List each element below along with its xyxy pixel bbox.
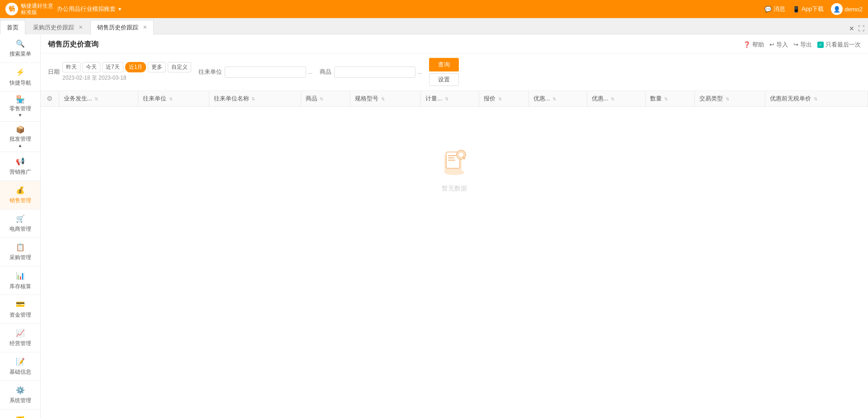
sidebar-item-sales-mgmt[interactable]: 💰 销售管理 xyxy=(0,181,40,209)
column-settings-icon[interactable]: ⚙ xyxy=(47,95,52,102)
tab-bar: 首页 采购历史价跟踪 ✕ 销售历史价跟踪 ✕ ✕ ⛶ xyxy=(0,18,868,34)
only-last-btn[interactable]: ✓ 只看最后一次 xyxy=(817,41,861,49)
help-icon: ❓ xyxy=(743,41,750,48)
wholesale-icon: 📦 xyxy=(16,125,25,134)
sidebar-item-retail-mgmt[interactable]: 🏪 零售管理 ▼ xyxy=(0,91,40,122)
table-col-gear[interactable]: ⚙ xyxy=(41,91,59,107)
ecommerce-icon: 🛒 xyxy=(16,214,25,224)
filter-bar: 日期 昨天 今天 近7天 近1月 更多 自定义 2023-02-18 至 202… xyxy=(41,53,868,91)
sidebar-item-search-menu[interactable]: 🔍 搜索菜单 xyxy=(0,34,40,63)
user-avatar[interactable]: 👤 demo2 xyxy=(831,3,863,15)
sidebar-item-operations[interactable]: 📈 经营管理 xyxy=(0,324,40,352)
partner-input-group: ... xyxy=(225,66,312,78)
date-range-text: 2023-02-18 至 2023-03-18 xyxy=(62,74,191,82)
app-dropdown-btn[interactable]: ▾ xyxy=(118,6,121,12)
export-btn[interactable]: ↪ 导出 xyxy=(793,41,812,49)
table-col-unit[interactable]: 计量... ⇅ xyxy=(421,91,479,107)
goods-filter-group: 商品 ... xyxy=(320,66,422,78)
tab-home[interactable]: 首页 xyxy=(0,20,25,34)
sidebar-item-inventory[interactable]: 📊 库存核算 xyxy=(0,266,40,295)
settings-button[interactable]: 设置 xyxy=(429,73,459,86)
main-layout: 🔍 搜索菜单 ⚡ 快捷导航 🏪 零售管理 ▼ 📦 批发管理 ▲ 📢 营销推广 💰… xyxy=(0,34,868,418)
sidebar-item-quick-nav[interactable]: ⚡ 快捷导航 xyxy=(0,63,40,91)
sort-icon-pretax-price: ⇅ xyxy=(814,96,817,101)
retail-icon: 🏪 xyxy=(16,95,25,104)
svg-rect-4 xyxy=(448,157,454,158)
sort-icon-biz-date: ⇅ xyxy=(94,96,98,101)
tab-sales-history[interactable]: 销售历史价跟踪 ✕ xyxy=(90,20,154,34)
table-col-discount2[interactable]: 优惠... ⇅ xyxy=(587,91,645,107)
sort-icon-trade-type: ⇅ xyxy=(726,96,729,101)
goods-input[interactable] xyxy=(334,66,415,78)
table-col-partner-name[interactable]: 往来单位名称 ⇅ xyxy=(209,91,301,107)
date-btn-7days[interactable]: 近7天 xyxy=(102,62,123,72)
table-col-goods[interactable]: 商品 ⇅ xyxy=(301,91,350,107)
sidebar-item-finance[interactable]: 💳 资金管理 xyxy=(0,295,40,323)
table-col-pretax-price[interactable]: 优惠前无税单价 ⇅ xyxy=(765,91,868,107)
sidebar-item-marketing[interactable]: 📢 营销推广 xyxy=(0,152,40,180)
sort-icon-unit: ⇅ xyxy=(445,96,448,101)
date-btn-1month[interactable]: 近1月 xyxy=(125,62,146,72)
table-col-price[interactable]: 报价 ⇅ xyxy=(479,91,528,107)
empty-text: 暂无数据 xyxy=(442,185,467,193)
purchase-icon: 📋 xyxy=(16,242,25,252)
svg-rect-3 xyxy=(448,155,456,156)
phone-icon: 📱 xyxy=(793,6,800,13)
query-button[interactable]: 查询 xyxy=(429,58,459,71)
import-icon: ↩ xyxy=(769,41,774,48)
sidebar-item-purchase[interactable]: 📋 采购管理 xyxy=(0,238,40,266)
date-btn-more[interactable]: 更多 xyxy=(148,62,166,72)
app-download-btn[interactable]: 📱 App下载 xyxy=(793,5,824,13)
sidebar-item-wholesale-mgmt[interactable]: 📦 批发管理 ▲ xyxy=(0,122,40,152)
sidebar-item-ecommerce[interactable]: 🛒 电商管理 xyxy=(0,209,40,238)
import-btn[interactable]: ↩ 导入 xyxy=(769,41,788,49)
table-col-biz-date[interactable]: 业务发生... ⇅ xyxy=(59,91,138,107)
close-all-tabs-btn[interactable]: ✕ xyxy=(849,25,854,32)
sort-icon-partner-code: ⇅ xyxy=(169,96,173,101)
logo-area: 畅 畅捷通好生意 标准版 xyxy=(5,3,53,16)
partner-input[interactable] xyxy=(225,66,306,78)
top-bar-left: 畅 畅捷通好生意 标准版 办公用品行业模拟账套 ▾ xyxy=(5,3,121,16)
table-area: ⚙ 业务发生... ⇅ 往来单位 ⇅ 往来单位名称 ⇅ xyxy=(41,91,868,418)
data-table: ⚙ 业务发生... ⇅ 往来单位 ⇅ 往来单位名称 ⇅ xyxy=(41,91,868,107)
collab-icon: 🤝 xyxy=(16,414,25,418)
basic-info-icon: 📝 xyxy=(16,357,25,367)
filter-actions: 查询 设置 xyxy=(429,58,459,86)
partner-suffix-icon[interactable]: ... xyxy=(308,69,312,75)
message-btn[interactable]: 💬 消息 xyxy=(764,5,785,13)
help-btn[interactable]: ❓ 帮助 xyxy=(743,41,764,49)
empty-state: 暂无数据 xyxy=(41,107,868,229)
wholesale-arrow-icon: ▲ xyxy=(18,143,23,148)
sidebar: 🔍 搜索菜单 ⚡ 快捷导航 🏪 零售管理 ▼ 📦 批发管理 ▲ 📢 营销推广 💰… xyxy=(0,34,41,418)
export-icon: ↪ xyxy=(793,41,798,48)
search-icon: 🔍 xyxy=(16,39,25,49)
date-btn-custom[interactable]: 自定义 xyxy=(168,62,191,72)
retail-arrow-icon: ▼ xyxy=(18,113,23,118)
table-col-partner-code[interactable]: 往来单位 ⇅ xyxy=(138,91,209,107)
date-btn-yesterday[interactable]: 昨天 xyxy=(62,62,80,72)
date-btn-today[interactable]: 今天 xyxy=(82,62,100,72)
svg-rect-5 xyxy=(448,160,455,161)
date-label: 日期 xyxy=(48,68,60,76)
table-col-trade-type[interactable]: 交易类型 ⇅ xyxy=(695,91,765,107)
sidebar-item-system[interactable]: ⚙️ 系统管理 xyxy=(0,381,40,409)
tab-sales-close[interactable]: ✕ xyxy=(143,24,147,30)
table-header-row: ⚙ 业务发生... ⇅ 往来单位 ⇅ 往来单位名称 ⇅ xyxy=(41,91,868,107)
sales-icon: 💰 xyxy=(16,185,25,195)
table-col-qty[interactable]: 数量 ⇅ xyxy=(645,91,694,107)
sort-icon-discount1: ⇅ xyxy=(552,96,556,101)
tab-purchase-close[interactable]: ✕ xyxy=(79,24,83,30)
content-area: 销售历史价查询 ❓ 帮助 ↩ 导入 ↪ 导出 ✓ 只看最后一次 xyxy=(41,34,868,418)
top-bar: 畅 畅捷通好生意 标准版 办公用品行业模拟账套 ▾ 💬 消息 📱 App下载 👤… xyxy=(0,0,868,18)
expand-btn[interactable]: ⛶ xyxy=(858,25,864,32)
tab-purchase-history[interactable]: 采购历史价跟踪 ✕ xyxy=(26,20,90,34)
sort-icon-goods: ⇅ xyxy=(320,96,323,101)
table-col-spec[interactable]: 规格型号 ⇅ xyxy=(350,91,421,107)
table-col-discount1[interactable]: 优惠... ⇅ xyxy=(528,91,587,107)
sidebar-item-enterprise-collab[interactable]: 🤝 企业协同 xyxy=(0,409,40,418)
goods-suffix-icon[interactable]: ... xyxy=(417,69,422,75)
sidebar-item-basic-info[interactable]: 📝 基础信息 xyxy=(0,352,40,381)
sort-icon-price: ⇅ xyxy=(498,96,502,101)
inventory-icon: 📊 xyxy=(16,271,25,281)
page-title: 销售历史价查询 xyxy=(48,40,99,49)
